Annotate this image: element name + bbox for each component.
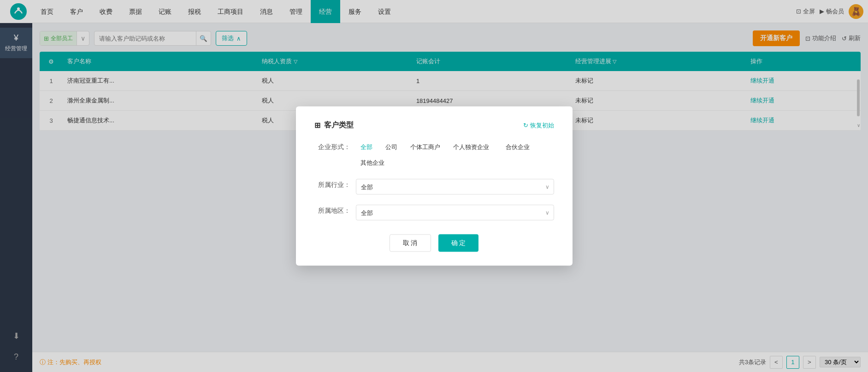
enterprise-option-company[interactable]: 公司	[381, 141, 402, 153]
industry-select-container: 全部 制造业 服务业 批零业 建筑业 其他	[356, 179, 554, 195]
modal-title-text: 客户类型	[324, 120, 354, 130]
region-select[interactable]: 全部 华北 华东 华南 华中 西北 西南	[356, 205, 554, 221]
confirm-button[interactable]: 确 定	[438, 234, 479, 252]
industry-select-wrapper: 全部 制造业 服务业 批零业 建筑业 其他	[356, 179, 554, 195]
enterprise-form-row: 企业形式： 全部 公司 个体工商户 个人独资企业 合伙企业 其他企业	[314, 141, 554, 169]
enterprise-option-sole[interactable]: 个人独资企业	[449, 141, 494, 153]
modal-footer: 取 消 确 定	[314, 234, 554, 252]
enterprise-option-partnership[interactable]: 合伙企业	[501, 141, 534, 153]
modal-title-icon: ⊞	[314, 121, 320, 130]
reset-label: 恢复初始	[530, 121, 554, 129]
region-select-wrapper: 全部 华北 华东 华南 华中 西北 西南	[356, 205, 554, 221]
filter-modal: ⊞ 客户类型 ↻ 恢复初始 企业形式： 全部 公司 个体工商户 个人独资企业 合…	[296, 107, 573, 266]
reset-icon: ↻	[523, 122, 528, 129]
region-select-container: 全部 华北 华东 华南 华中 西北 西南	[356, 205, 554, 221]
industry-label: 所属行业：	[314, 179, 356, 189]
enterprise-options: 全部 公司 个体工商户 个人独资企业 合伙企业 其他企业	[356, 141, 554, 169]
industry-row: 所属行业： 全部 制造业 服务业 批零业 建筑业 其他	[314, 179, 554, 195]
enterprise-option-other[interactable]: 其他企业	[356, 157, 389, 169]
enterprise-option-all[interactable]: 全部	[356, 141, 377, 153]
region-row: 所属地区： 全部 华北 华东 华南 华中 西北 西南	[314, 205, 554, 221]
enterprise-label: 企业形式：	[314, 141, 356, 151]
region-label: 所属地区：	[314, 205, 356, 215]
modal-title: ⊞ 客户类型	[314, 120, 354, 130]
industry-select[interactable]: 全部 制造业 服务业 批零业 建筑业 其他	[356, 179, 554, 195]
modal-header: ⊞ 客户类型 ↻ 恢复初始	[314, 120, 554, 130]
enterprise-option-individual[interactable]: 个体工商户	[406, 141, 445, 153]
cancel-button[interactable]: 取 消	[390, 234, 431, 252]
modal-reset-button[interactable]: ↻ 恢复初始	[523, 121, 554, 129]
